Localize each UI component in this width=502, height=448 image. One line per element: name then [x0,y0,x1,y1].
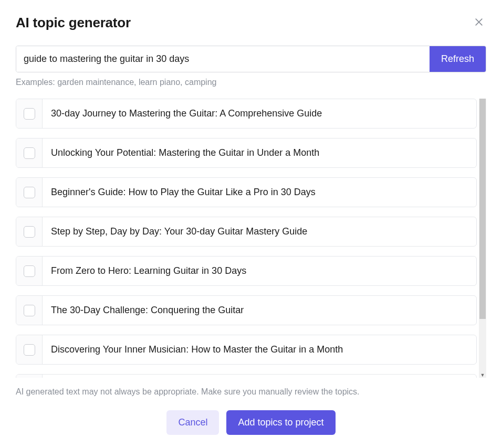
topic-row[interactable]: Unlocking Your Potential: Mastering the … [16,138,477,168]
topic-input-row: Refresh [16,46,486,72]
close-icon [474,21,484,29]
topic-text: Step by Step, Day by Day: Your 30-day Gu… [43,217,476,246]
scrollbar[interactable]: ▲ ▼ [479,99,486,378]
checkbox-cell [16,217,43,246]
topic-checkbox[interactable] [24,147,35,159]
footer: Cancel Add topics to project [16,410,486,435]
close-button[interactable] [472,15,486,29]
checkbox-cell [16,178,43,207]
topic-row[interactable]: Discovering Your Inner Musician: How to … [16,335,477,365]
page-title: AI topic generator [16,15,131,31]
topic-checkbox[interactable] [24,344,35,356]
checkbox-cell [16,138,43,167]
topic-checkbox[interactable] [24,187,35,198]
checkbox-cell [16,335,43,364]
examples-text: Examples: garden maintenance, learn pian… [16,78,486,87]
topic-row[interactable]: The 30-Day Challenge: Conquering the Gui… [16,295,477,325]
topic-row[interactable]: Step by Step, Day by Day: Your 30-day Gu… [16,217,477,247]
topic-text: 30-day Journey to Mastering the Guitar: … [43,99,476,128]
topic-text: One Month to Mastery: A Detailed Guide t… [43,375,476,378]
checkbox-cell [16,257,43,285]
topic-text: Discovering Your Inner Musician: How to … [43,335,476,364]
topic-input[interactable] [16,46,430,72]
topic-checkbox[interactable] [24,108,35,120]
topic-row[interactable]: Beginner's Guide: How to Play the Guitar… [16,177,477,207]
add-topics-button[interactable]: Add topics to project [226,410,335,435]
topic-text: From Zero to Hero: Learning Guitar in 30… [43,257,476,285]
topic-row[interactable]: One Month to Mastery: A Detailed Guide t… [16,374,477,378]
topic-text: The 30-Day Challenge: Conquering the Gui… [43,296,476,325]
scroll-down-icon[interactable]: ▼ [479,371,486,379]
topic-checkbox[interactable] [24,305,35,316]
topic-text: Unlocking Your Potential: Mastering the … [43,138,476,167]
topics-list: 30-day Journey to Mastering the Guitar: … [16,99,486,378]
scrollbar-thumb[interactable] [479,99,486,319]
checkbox-cell [16,375,43,378]
topic-row[interactable]: From Zero to Hero: Learning Guitar in 30… [16,256,477,286]
refresh-button[interactable]: Refresh [430,46,486,72]
topic-checkbox[interactable] [24,226,35,238]
checkbox-cell [16,99,43,128]
topic-row[interactable]: 30-day Journey to Mastering the Guitar: … [16,99,477,129]
cancel-button[interactable]: Cancel [166,410,219,435]
disclaimer-text: AI generated text may not always be appr… [16,387,486,397]
checkbox-cell [16,296,43,325]
topic-text: Beginner's Guide: How to Play the Guitar… [43,178,476,207]
topic-checkbox[interactable] [24,265,35,277]
